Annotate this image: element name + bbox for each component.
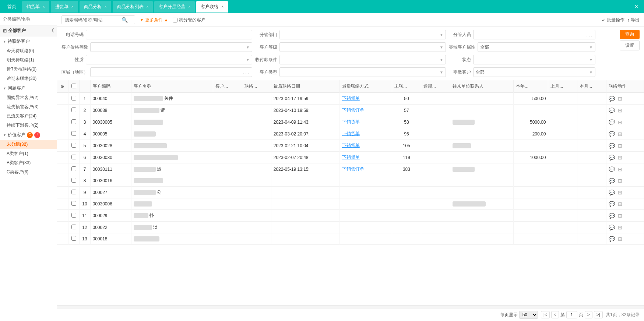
sidebar-problem-group[interactable]: ▼ 问题客户 <box>0 83 57 93</box>
tab-customer-segment[interactable]: 客户分层经营 × <box>154 1 195 13</box>
contact-method-link[interactable]: 下销货单 <box>342 131 360 136</box>
contact-more-icon[interactable]: ⊞ <box>618 131 622 137</box>
scrollbar[interactable] <box>57 305 644 308</box>
tab-customer-segment-close[interactable]: × <box>188 5 190 9</box>
batch-operation-button[interactable]: ✓ 批量操作 <box>602 17 624 23</box>
search-input[interactable] <box>65 17 120 22</box>
sidebar-value-group[interactable]: ▼ 价值客户 C ! <box>0 130 57 140</box>
sidebar-pending-group[interactable]: ▼ 待联络客户 <box>0 36 57 46</box>
contact-chat-icon[interactable]: 💬 <box>609 166 615 172</box>
more-conditions-button[interactable]: ▼ 更多条件 ▲ <box>140 17 168 23</box>
contact-chat-icon[interactable]: 💬 <box>609 213 615 219</box>
tab-customer-contact[interactable]: 客户联络 × <box>196 1 228 13</box>
contact-chat-icon[interactable]: 💬 <box>609 201 615 207</box>
contact-method-link[interactable]: 下销货单 <box>342 143 360 148</box>
contact-more-icon[interactable]: ⊞ <box>618 201 622 207</box>
my-customers-checkbox[interactable] <box>173 18 177 22</box>
row-checkbox[interactable] <box>71 213 76 218</box>
staff-input[interactable]: ... <box>473 30 595 39</box>
search-input-icon[interactable]: 🔍 <box>122 17 128 23</box>
contact-more-icon[interactable]: ⊞ <box>618 96 622 102</box>
row-checkbox[interactable] <box>71 107 76 112</box>
contact-chat-icon[interactable]: 💬 <box>609 236 615 242</box>
tab-sales[interactable]: 销货单 × <box>22 1 49 13</box>
contact-chat-icon[interactable]: 💬 <box>609 155 615 160</box>
sidebar-item-declining[interactable]: 持续下滑客户(2) <box>0 121 57 130</box>
select-all-checkbox[interactable] <box>71 84 76 88</box>
contact-more-icon[interactable]: ⊞ <box>618 178 622 184</box>
contact-more-icon[interactable]: ⊞ <box>618 166 622 172</box>
phone-input[interactable] <box>86 30 252 39</box>
sidebar-item-ungroup[interactable]: 未分组(32) <box>0 140 57 149</box>
tab-goods-analysis-list-close[interactable]: × <box>147 5 149 9</box>
status-select[interactable]: ▼ <box>473 55 595 64</box>
row-checkbox[interactable] <box>71 96 76 100</box>
retail-attr-select[interactable]: 全部 ▼ <box>478 42 595 52</box>
row-checkbox[interactable] <box>71 190 76 194</box>
gender-select[interactable]: ▼ <box>86 55 252 64</box>
sidebar-item-b-class[interactable]: B类客户(33) <box>0 158 57 167</box>
row-checkbox[interactable] <box>71 178 76 183</box>
row-checkbox[interactable] <box>71 143 76 148</box>
dept-select[interactable]: ▼ <box>279 30 446 39</box>
payment-select[interactable]: ▼ <box>279 55 446 64</box>
close-window-button[interactable]: × <box>632 2 641 11</box>
contact-method-link[interactable]: 下销货单 <box>342 155 360 160</box>
sidebar-item-today[interactable]: 今天待联络(0) <box>0 46 57 56</box>
sidebar-item-7days[interactable]: 近7天待联络(0) <box>0 65 57 74</box>
sidebar-all-customers[interactable]: ⊞ 全部客户 《 <box>0 25 57 36</box>
collapse-icon[interactable]: 《 <box>49 28 54 34</box>
row-checkbox[interactable] <box>71 166 76 171</box>
sidebar-item-churned[interactable]: 已流失客户(24) <box>0 112 57 121</box>
tab-purchase-close[interactable]: × <box>71 5 74 9</box>
contact-chat-icon[interactable]: 💬 <box>609 119 615 125</box>
contact-more-icon[interactable]: ⊞ <box>618 213 622 219</box>
sidebar-item-tomorrow[interactable]: 明天待联络(1) <box>0 56 57 65</box>
per-page-select[interactable]: 50 20 100 <box>519 311 538 319</box>
tab-goods-analysis-close[interactable]: × <box>105 5 107 9</box>
sidebar-item-a-class[interactable]: A类客户(1) <box>0 149 57 158</box>
customer-type-select[interactable]: ▼ <box>279 67 446 77</box>
sidebar-item-churn-warning[interactable]: 流失预警客户(3) <box>0 102 57 112</box>
tab-home[interactable]: 首页 <box>3 1 21 13</box>
export-button[interactable]: ↑ 导出 <box>627 17 640 23</box>
tab-goods-analysis[interactable]: 商品分析 × <box>80 1 111 13</box>
contact-chat-icon[interactable]: 💬 <box>609 96 615 102</box>
retail-customer-select[interactable]: 全部 ▼ <box>473 67 595 77</box>
region-input[interactable]: ... <box>90 67 252 77</box>
next-page-button[interactable]: > <box>585 311 592 318</box>
contact-more-icon[interactable]: ⊞ <box>618 236 622 242</box>
row-checkbox[interactable] <box>71 236 76 241</box>
price-grade-select[interactable]: ▼ <box>90 42 252 52</box>
tab-purchase[interactable]: 进货单 × <box>51 1 78 13</box>
contact-more-icon[interactable]: ⊞ <box>618 143 622 149</box>
tab-sales-close[interactable]: × <box>43 5 45 9</box>
page-number-input[interactable] <box>566 311 577 318</box>
tab-goods-analysis-list[interactable]: 商品分析列表 × <box>113 1 153 13</box>
sidebar-item-abnormal[interactable]: 囤购异常客户(2) <box>0 93 57 102</box>
contact-more-icon[interactable]: ⊞ <box>618 225 622 230</box>
prev-page-button[interactable]: < <box>551 311 559 318</box>
row-checkbox[interactable] <box>71 155 76 159</box>
contact-chat-icon[interactable]: 💬 <box>609 143 615 149</box>
reset-button[interactable]: 设置 <box>620 40 640 50</box>
contact-chat-icon[interactable]: 💬 <box>609 131 615 137</box>
column-gear[interactable]: ⚙ <box>57 80 68 93</box>
contact-chat-icon[interactable]: 💬 <box>609 190 615 195</box>
contact-chat-icon[interactable]: 💬 <box>609 225 615 230</box>
customer-grade-select[interactable]: ▼ <box>279 42 446 52</box>
first-page-button[interactable]: |< <box>541 311 550 318</box>
contact-method-link[interactable]: 下销售订单 <box>342 107 364 113</box>
contact-method-link[interactable]: 下销售订单 <box>342 166 364 172</box>
contact-more-icon[interactable]: ⊞ <box>618 107 622 113</box>
sidebar-item-overdue[interactable]: 逾期未联络(30) <box>0 74 57 83</box>
contact-more-icon[interactable]: ⊞ <box>618 190 622 195</box>
row-checkbox[interactable] <box>71 119 76 124</box>
contact-more-icon[interactable]: ⊞ <box>618 119 622 125</box>
sidebar-item-c-class[interactable]: C类客户(6) <box>0 167 57 177</box>
contact-method-link[interactable]: 下销货单 <box>342 96 360 101</box>
row-checkbox[interactable] <box>71 225 76 229</box>
row-checkbox[interactable] <box>71 131 76 136</box>
tab-customer-contact-close[interactable]: × <box>221 5 224 9</box>
query-button[interactable]: 查询 <box>620 30 640 39</box>
